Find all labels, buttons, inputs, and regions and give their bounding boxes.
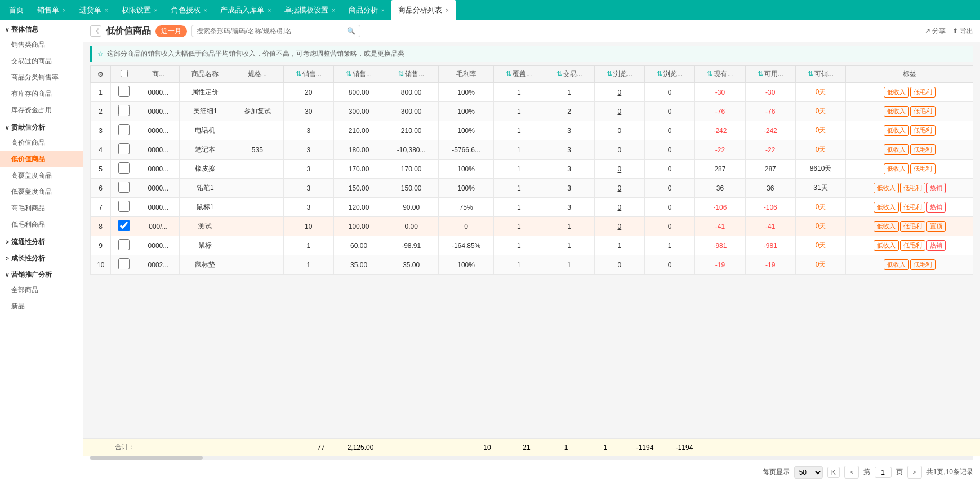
sidebar-item-新品[interactable]: 新品 (0, 298, 83, 315)
cell-sales_avg: 800.00 (384, 83, 439, 102)
col-header-sales_amt[interactable]: ⇅销售... (333, 66, 384, 83)
nav-item-首页[interactable]: 首页 (2, 0, 30, 20)
cell-spec (231, 179, 284, 198)
browse-link[interactable]: 0 (618, 165, 622, 173)
sidebar-group-营销推广分析[interactable]: v营销推广分析 (0, 266, 83, 282)
cell-browse1: 0 (594, 179, 644, 198)
row-checkbox[interactable] (118, 201, 130, 212)
col-header-browse1[interactable]: ⇅浏览... (594, 66, 644, 83)
close-icon[interactable]: × (381, 7, 385, 14)
row-checkbox[interactable] (118, 162, 130, 174)
close-icon[interactable]: × (446, 7, 449, 14)
sidebar-group-贡献值分析[interactable]: v贡献值分析 (0, 118, 83, 135)
cell-sales_avg: 35.00 (384, 255, 439, 275)
cell-tags: 低收入低毛利 (846, 140, 973, 160)
nav-item-单据模板设置[interactable]: 单据模板设置× (278, 0, 342, 20)
col-header-trade[interactable]: ⇅交易... (544, 66, 594, 83)
sidebar-item-商品分类销售率[interactable]: 商品分类销售率 (0, 69, 83, 86)
col-header-sales_avg[interactable]: ⇅销售... (384, 66, 439, 83)
browse-link[interactable]: 0 (618, 261, 622, 269)
row-checkbox[interactable] (118, 239, 130, 250)
close-icon[interactable]: × (332, 7, 335, 14)
browse-link[interactable]: 0 (618, 108, 622, 116)
nav-item-商品分析列表[interactable]: 商品分析列表× (391, 0, 456, 20)
close-icon[interactable]: × (204, 7, 207, 14)
row-checkbox[interactable] (118, 105, 130, 116)
cell-current: -30 (695, 83, 745, 102)
sidebar-item-高毛利商品[interactable]: 高毛利商品 (0, 200, 83, 216)
sidebar-group-流通性分析[interactable]: >流通性分析 (0, 233, 83, 249)
browse-link[interactable]: 0 (618, 127, 622, 135)
nav-item-权限设置[interactable]: 权限设置× (115, 0, 164, 20)
col-header-sales_qty[interactable]: ⇅销售... (283, 66, 333, 83)
cell-cover: 1 (494, 179, 544, 198)
nav-item-销售单[interactable]: 销售单× (30, 0, 73, 20)
col-header-settings[interactable]: ⚙ (91, 66, 111, 83)
page-size-select[interactable]: 50 100 (794, 466, 823, 479)
search-icon[interactable]: 🔍 (347, 27, 355, 35)
nav-item-角色授权[interactable]: 角色授权× (164, 0, 214, 20)
page-input[interactable] (875, 467, 892, 478)
col-header-browse2[interactable]: ⇅浏览... (645, 66, 695, 83)
col-header-cover[interactable]: ⇅覆盖... (494, 66, 544, 83)
col-header-spec[interactable]: 规格... (231, 66, 284, 83)
tag-低毛利: 低毛利 (910, 87, 936, 98)
col-header-no[interactable]: 商... (137, 66, 179, 83)
browse-link[interactable]: 0 (618, 146, 622, 154)
next-button[interactable]: ＞ (907, 466, 922, 479)
cell-saleable: 0天 (795, 102, 845, 121)
sidebar-group-整体信息[interactable]: v整体信息 (0, 20, 83, 37)
cell-current: -41 (695, 217, 745, 236)
nav-item-产成品入库单[interactable]: 产成品入库单× (213, 0, 278, 20)
nav-item-商品分析[interactable]: 商品分析× (342, 0, 391, 20)
close-icon[interactable]: × (154, 7, 158, 14)
share-button[interactable]: ↗ 分享 (925, 26, 946, 36)
browse-link[interactable]: 0 (618, 204, 622, 211)
sidebar-item-销售类商品[interactable]: 销售类商品 (0, 37, 83, 53)
collapse-button[interactable]: 《 (90, 25, 101, 37)
col-header-tags[interactable]: 标签 (846, 66, 973, 83)
browse-link[interactable]: 0 (618, 184, 622, 192)
sidebar-item-高覆盖度商品[interactable]: 高覆盖度商品 (0, 167, 83, 184)
prev-first-button[interactable]: K (827, 467, 840, 478)
sidebar-item-全部商品[interactable]: 全部商品 (0, 282, 83, 298)
col-header-current[interactable]: ⇅现有... (695, 66, 745, 83)
sidebar-item-低覆盖度商品[interactable]: 低覆盖度商品 (0, 184, 83, 200)
close-icon[interactable]: × (63, 7, 66, 14)
row-checkbox[interactable] (118, 220, 130, 231)
search-input[interactable] (197, 27, 347, 35)
row-checkbox[interactable] (118, 182, 130, 193)
col-header-name[interactable]: 商品名称 (179, 66, 231, 83)
row-checkbox[interactable] (118, 86, 130, 97)
sidebar-item-交易过的商品[interactable]: 交易过的商品 (0, 53, 83, 69)
row-checkbox[interactable] (118, 258, 130, 269)
select-all-checkbox[interactable] (121, 70, 128, 77)
filter-button[interactable]: 近一月 (155, 25, 187, 37)
cell-checkbox (111, 179, 137, 198)
col-header-available[interactable]: ⇅可用... (745, 66, 795, 83)
row-checkbox[interactable] (118, 143, 130, 154)
sidebar-group-成长性分析[interactable]: >成长性分析 (0, 249, 83, 266)
browse-link[interactable]: 0 (618, 89, 622, 96)
browse-link[interactable]: 1 (618, 242, 622, 250)
cell-tags: 低收入低毛利 (846, 83, 973, 102)
close-icon[interactable]: × (105, 7, 108, 14)
nav-item-进货单[interactable]: 进货单× (73, 0, 115, 20)
sidebar-item-低价值商品[interactable]: 低价值商品 (0, 151, 83, 167)
col-header-saleable[interactable]: ⇅可销... (795, 66, 845, 83)
cell-current: -19 (695, 255, 745, 275)
browse-link[interactable]: 0 (618, 223, 622, 231)
prev-button[interactable]: ＜ (844, 466, 859, 479)
sidebar-item-库存资金占用[interactable]: 库存资金占用 (0, 102, 83, 118)
sidebar-item-高价值商品[interactable]: 高价值商品 (0, 135, 83, 151)
col-header-checkbox[interactable] (111, 66, 137, 83)
col-header-gross_rate[interactable]: 毛利率 (439, 66, 494, 83)
sidebar-item-有库存的商品[interactable]: 有库存的商品 (0, 86, 83, 102)
row-checkbox[interactable] (118, 124, 130, 135)
page-title: 低价值商品 (106, 25, 151, 37)
cell-gross_rate: 100% (439, 179, 494, 198)
close-icon[interactable]: × (268, 7, 271, 14)
sidebar-item-低毛利商品[interactable]: 低毛利商品 (0, 216, 83, 233)
export-button[interactable]: ⬆ 导出 (952, 26, 973, 36)
cell-code: 0000... (137, 83, 179, 102)
